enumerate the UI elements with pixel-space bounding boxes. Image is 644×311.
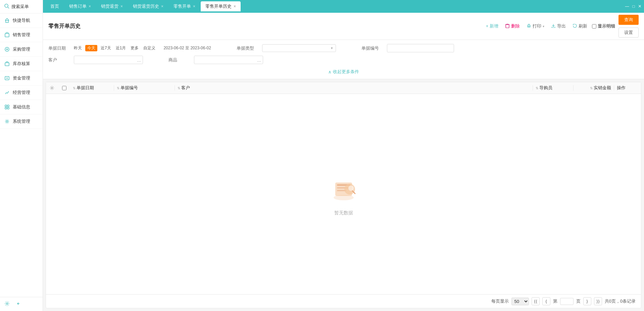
display-detail-toggle[interactable]: 显示明细 <box>592 23 615 29</box>
export-button[interactable]: 导出 <box>549 22 568 31</box>
tab-sales-return-history[interactable]: 销货退货历史 × <box>128 1 168 11</box>
th-salesman[interactable]: ⇅ 导购员 <box>533 85 573 91</box>
date-option-more[interactable]: 更多 <box>129 45 140 51</box>
date-range: 2023-06-02 至 2023-06-02 <box>163 45 211 51</box>
sidebar-item-label: 销售管理 <box>13 32 30 38</box>
prev-page-btn[interactable]: ⟨ <box>542 297 550 305</box>
content-area: ⇅ 单据日期 ⇅ 单据编号 ⇅ 客户 ⇅ 导购员 ⇅ 实销金额 <box>46 82 641 308</box>
sidebar-item-inventory[interactable]: 库存核算 <box>0 57 43 71</box>
tab-sales-return-close[interactable]: × <box>120 4 123 9</box>
sidebar-bottom <box>0 297 43 311</box>
tab-retail-history[interactable]: 零售开单历史 × <box>201 1 241 11</box>
sidebar-item-basic-info[interactable]: 基础信息 <box>0 100 43 114</box>
new-button[interactable]: + 新增 <box>484 22 500 31</box>
page-size-select[interactable]: 50 10 20 100 <box>511 298 529 305</box>
client-input-dots[interactable]: ... <box>137 57 141 63</box>
bill-type-label: 单据类型 <box>237 45 255 51</box>
display-detail-label: 显示明细 <box>598 23 615 29</box>
tab-retail-history-close[interactable]: × <box>234 4 236 9</box>
date-option-yesterday[interactable]: 昨天 <box>72 45 83 51</box>
sidebar-item-label: 基础信息 <box>13 104 30 110</box>
th-billno[interactable]: ⇅ 单据编号 <box>114 85 175 91</box>
date-label: 单据日期 <box>48 45 67 51</box>
empty-text: 暂无数据 <box>334 210 353 216</box>
export-button-label: 导出 <box>557 23 566 29</box>
finance-icon <box>4 75 10 81</box>
sidebar: 搜索采单 快捷导航 销售管理 采购管理 <box>0 0 43 311</box>
client-input[interactable] <box>74 56 143 64</box>
next-page-btn[interactable]: ⟩ <box>583 297 591 305</box>
th-date-label: 单据日期 <box>77 85 94 91</box>
empty-illustration <box>327 172 360 206</box>
empty-state: 暂无数据 <box>46 94 641 294</box>
query-button[interactable]: 查询 <box>618 15 639 25</box>
sidebar-item-system[interactable]: 系统管理 <box>0 114 43 129</box>
sidebar-item-purchase-mgmt[interactable]: 采购管理 <box>0 42 43 57</box>
operations-icon <box>4 90 10 96</box>
pagination: 每页显示 50 10 20 100 ⟨⟨ ⟨ 第 1 页 ⟩ ⟩⟩ 共0页，0条… <box>46 294 641 308</box>
tab-sales-order-label: 销售订单 <box>69 3 87 9</box>
chevron-up-icon: ∧ <box>328 69 332 74</box>
sidebar-item-label: 资金管理 <box>13 75 30 81</box>
delete-button[interactable]: 删除 <box>503 22 522 31</box>
close-btn[interactable]: × <box>638 3 641 9</box>
tab-sales-order[interactable]: 销售订单 × <box>64 1 96 11</box>
svg-rect-2 <box>6 20 8 22</box>
sidebar-item-sales-mgmt[interactable]: 销售管理 <box>0 28 43 42</box>
basic-info-icon <box>4 104 10 110</box>
home-icon <box>4 17 10 23</box>
sidebar-item-label: 库存核算 <box>13 61 30 67</box>
tab-sales-return-label: 销货退货 <box>101 3 118 9</box>
sidebar-item-operations[interactable]: 经营管理 <box>0 86 43 100</box>
tab-retail-open[interactable]: 零售开单 × <box>169 1 200 11</box>
bill-no-input[interactable] <box>387 44 454 52</box>
goods-input-dots[interactable]: ... <box>257 57 261 63</box>
goods-input[interactable] <box>194 56 263 64</box>
date-option-custom[interactable]: 自定义 <box>142 45 157 51</box>
tab-sales-return[interactable]: 销货退货 × <box>96 1 128 11</box>
settings-button[interactable]: 设置 <box>618 28 639 38</box>
last-page-btn[interactable]: ⟩⟩ <box>594 297 602 305</box>
print-button[interactable]: 打印 ▾ <box>525 22 546 31</box>
sidebar-item-finance[interactable]: 资金管理 <box>0 71 43 86</box>
new-button-label: + 新增 <box>486 23 498 29</box>
chevron-down-icon: ▾ <box>331 46 333 50</box>
th-action: 操作 <box>614 85 641 91</box>
th-date[interactable]: ⇅ 单据日期 <box>70 85 114 91</box>
th-client[interactable]: ⇅ 客户 <box>175 85 533 91</box>
svg-rect-5 <box>5 63 9 66</box>
sort-icon: ⇅ <box>73 86 76 90</box>
toolbar: 零售开单历史 + 新增 删除 <box>43 13 644 40</box>
sidebar-item-label: 经营管理 <box>13 90 30 96</box>
display-detail-checkbox[interactable] <box>592 24 596 29</box>
collapse-button[interactable]: ∧ 收起更多条件 <box>328 69 359 75</box>
tab-retail-open-close[interactable]: × <box>193 4 195 9</box>
print-icon <box>527 23 531 29</box>
refresh-button[interactable]: 刷新 <box>571 22 589 31</box>
maximize-btn[interactable]: □ <box>632 4 635 9</box>
svg-point-12 <box>6 303 8 305</box>
date-option-1month[interactable]: 近1月 <box>114 45 128 51</box>
table-select-all[interactable] <box>58 86 70 90</box>
bill-type-select[interactable]: ▾ <box>262 44 336 52</box>
th-amount[interactable]: ⇅ 实销金额 <box>574 85 614 91</box>
gear-icon[interactable] <box>4 301 10 308</box>
sidebar-search[interactable]: 搜索采单 <box>0 0 43 13</box>
date-option-today[interactable]: 今天 <box>85 45 97 51</box>
first-page-btn[interactable]: ⟨⟨ <box>532 297 540 305</box>
tab-home[interactable]: 首页 <box>46 1 64 11</box>
collapse-label: 收起更多条件 <box>333 69 359 75</box>
svg-rect-9 <box>5 107 7 109</box>
svg-point-23 <box>348 186 354 191</box>
page-number-input[interactable]: 1 <box>560 298 574 305</box>
sidebar-item-quick-nav[interactable]: 快捷导航 <box>0 13 43 28</box>
export-icon <box>551 23 556 29</box>
tab-sales-order-close[interactable]: × <box>89 4 91 9</box>
minimize-btn[interactable]: — <box>625 4 629 9</box>
tab-sales-return-history-close[interactable]: × <box>161 4 163 9</box>
table-settings-icon[interactable] <box>46 86 58 90</box>
sidebar-collapse-icon[interactable] <box>15 301 21 308</box>
select-all-checkbox[interactable] <box>62 86 66 90</box>
date-option-7days[interactable]: 近7天 <box>99 45 112 51</box>
print-dropdown-icon[interactable]: ▾ <box>543 24 544 28</box>
